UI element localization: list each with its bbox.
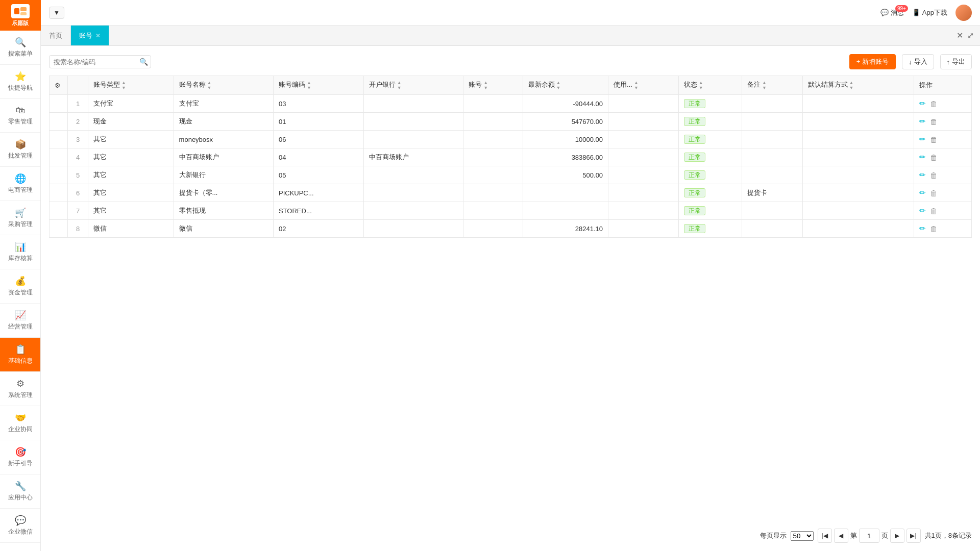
page-nav: |◀ ◀ 第 页 ▶ ▶|	[818, 529, 921, 543]
row-remark: 提货卡	[742, 184, 802, 202]
tab-close-account[interactable]: ✕	[95, 32, 101, 39]
sidebar-item-basic-info[interactable]: 📋 基础信息	[0, 338, 40, 372]
sidebar-label-retail: 零售管理	[8, 117, 33, 126]
svg-rect-1	[20, 7, 27, 11]
edit-icon[interactable]: ✏	[919, 188, 926, 197]
th-balance[interactable]: 最新余额▲▼	[523, 76, 608, 95]
delete-icon[interactable]: 🗑	[930, 207, 938, 215]
row-name: 零售抵现	[174, 202, 273, 220]
row-bank	[363, 202, 463, 220]
logo-text: 乐愿版	[12, 19, 29, 27]
sidebar-item-member[interactable]: 👥 畅会员	[0, 543, 40, 551]
last-page-button[interactable]: ▶|	[906, 529, 921, 543]
th-bank[interactable]: 开户银行▲▼	[363, 76, 463, 95]
th-code[interactable]: 账号编码▲▼	[273, 76, 363, 95]
row-usage	[608, 131, 679, 148]
sidebar-item-finance[interactable]: 💰 资金管理	[0, 269, 40, 304]
sidebar-item-app-center[interactable]: 🔧 应用中心	[0, 474, 40, 509]
sidebar-item-retail[interactable]: 🛍 零售管理	[0, 99, 40, 133]
edit-icon[interactable]: ✏	[919, 117, 926, 126]
th-usage[interactable]: 使用...▲▼	[608, 76, 679, 95]
sidebar-item-wechat[interactable]: 💬 企业微信	[0, 509, 40, 543]
sidebar-item-ecommerce[interactable]: 🌐 电商管理	[0, 167, 40, 201]
row-code: PICKUPC...	[273, 184, 363, 202]
search-icon[interactable]: 🔍	[139, 58, 148, 66]
table-row: 6 其它 提货卡（零... PICKUPC... 正常 提货卡 ✏ 🗑	[50, 184, 972, 202]
next-page-button[interactable]: ▶	[890, 529, 904, 543]
search-box[interactable]: 🔍	[49, 55, 151, 68]
edit-icon[interactable]: ✏	[919, 135, 926, 144]
sidebar-label-operations: 经营管理	[8, 322, 33, 331]
tab-account[interactable]: 账号✕	[71, 26, 109, 45]
row-default-settle	[802, 220, 914, 238]
page-input[interactable]	[859, 529, 879, 543]
edit-icon[interactable]: ✏	[919, 224, 926, 233]
edit-icon[interactable]: ✏	[919, 99, 926, 108]
sidebar-item-purchase[interactable]: 🛒 采购管理	[0, 201, 40, 235]
edit-icon[interactable]: ✏	[919, 153, 926, 162]
sidebar-icon-app-center: 🔧	[15, 481, 26, 492]
th-default-settle[interactable]: 默认结算方式▲▼	[802, 76, 914, 95]
sidebar-label-wechat: 企业微信	[8, 528, 33, 536]
sidebar-label-finance: 资金管理	[8, 288, 33, 297]
close-tab-action[interactable]: ✕	[957, 31, 963, 40]
row-account-no	[463, 184, 523, 202]
row-settings	[50, 113, 68, 131]
row-num: 5	[68, 166, 88, 184]
row-account-no	[463, 166, 523, 184]
per-page-select[interactable]: 50 100 200	[791, 531, 814, 541]
edit-icon[interactable]: ✏	[919, 170, 926, 180]
row-type: 其它	[88, 184, 174, 202]
sidebar-item-wholesale[interactable]: 📦 批发管理	[0, 133, 40, 167]
content-area: 🔍 + 新增账号 ↓ 导入 ↑ 导出 ⚙ 账号类型▲▼	[41, 46, 980, 551]
header-right: 💬 消息 99+ 📱 App下载	[880, 5, 972, 21]
table-body: 1 支付宝 支付宝 03 -90444.00 正常 ✏ 🗑 2 现金 现金 01…	[50, 95, 972, 238]
expand-tab-action[interactable]: ⤢	[967, 31, 974, 40]
delete-icon[interactable]: 🗑	[930, 117, 938, 126]
row-remark	[742, 95, 802, 113]
app-download-label: App下载	[922, 8, 947, 17]
row-name: 中百商场账户	[174, 148, 273, 166]
total-info: 共1页，8条记录	[925, 531, 972, 540]
add-account-button[interactable]: + 新增账号	[849, 54, 896, 69]
row-balance: 547670.00	[523, 113, 608, 131]
sidebar-item-quick-nav[interactable]: ⭐ 快捷导航	[0, 65, 40, 99]
delete-icon[interactable]: 🗑	[930, 99, 938, 108]
edit-icon[interactable]: ✏	[919, 206, 926, 215]
sidebar-icon-enterprise: 🤝	[15, 412, 26, 423]
delete-icon[interactable]: 🗑	[930, 224, 938, 233]
th-account-no[interactable]: 账号▲▼	[463, 76, 523, 95]
svg-rect-0	[14, 8, 19, 14]
delete-icon[interactable]: 🗑	[930, 153, 938, 162]
th-remark[interactable]: 备注▲▼	[742, 76, 802, 95]
delete-icon[interactable]: 🗑	[930, 135, 938, 144]
sidebar-item-operations[interactable]: 📈 经营管理	[0, 304, 40, 338]
delete-icon[interactable]: 🗑	[930, 189, 938, 197]
tab-home[interactable]: 首页	[41, 26, 71, 45]
app-download-button[interactable]: 📱 App下载	[912, 8, 947, 17]
search-input[interactable]	[54, 58, 139, 66]
row-code: 01	[273, 113, 363, 131]
row-remark	[742, 148, 802, 166]
prev-page-button[interactable]: ◀	[834, 529, 848, 543]
row-usage	[608, 148, 679, 166]
row-status: 正常	[678, 113, 742, 131]
first-page-button[interactable]: |◀	[818, 529, 832, 543]
user-avatar[interactable]	[955, 5, 972, 21]
sidebar-item-inventory[interactable]: 📊 库存核算	[0, 235, 40, 269]
row-remark	[742, 113, 802, 131]
messages-button[interactable]: 💬 消息 99+	[880, 8, 904, 17]
th-status[interactable]: 状态▲▼	[678, 76, 742, 95]
sidebar-item-guide[interactable]: 🎯 新手引导	[0, 440, 40, 474]
th-name[interactable]: 账号名称▲▼	[174, 76, 273, 95]
th-settings[interactable]: ⚙	[50, 76, 68, 95]
delete-icon[interactable]: 🗑	[930, 171, 938, 180]
sidebar-item-enterprise[interactable]: 🤝 企业协同	[0, 406, 40, 440]
sidebar-item-search-menu[interactable]: 🔍 搜索菜单	[0, 31, 40, 65]
header-dropdown[interactable]: ▼	[49, 7, 64, 19]
sidebar-item-system[interactable]: ⚙ 系统管理	[0, 372, 40, 406]
import-button[interactable]: ↓ 导入	[902, 54, 934, 69]
th-type[interactable]: 账号类型▲▼	[88, 76, 174, 95]
sidebar-icon-wechat: 💬	[15, 515, 26, 526]
export-button[interactable]: ↑ 导出	[940, 54, 972, 69]
